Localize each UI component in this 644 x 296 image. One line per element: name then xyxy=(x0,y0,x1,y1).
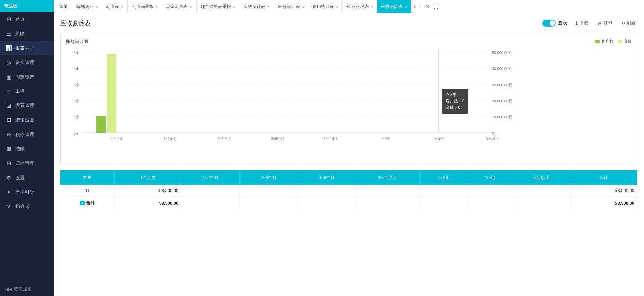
sidebar-item-settings[interactable]: ⚙ 设置 xyxy=(0,170,54,185)
svg-text:0元: 0元 xyxy=(492,131,498,135)
sidebar-label-sales: 进销台账 xyxy=(15,117,34,123)
chart-toggle[interactable] xyxy=(542,20,556,27)
tab-cashflow-label: 现金流量表 xyxy=(166,4,188,10)
sidebar-item-archive[interactable]: ⊟ 归档管理 xyxy=(0,156,54,170)
print-icon: 🖨 xyxy=(598,21,602,26)
app-logo: 专业版 xyxy=(0,0,54,12)
tab-ar-aging-close[interactable]: × xyxy=(405,5,407,9)
svg-text:2~3年: 2~3年 xyxy=(434,137,444,141)
guide-icon: ✦ xyxy=(5,189,12,195)
td-y12 xyxy=(421,185,467,197)
tab-biz-stat-close[interactable]: × xyxy=(371,5,373,9)
refresh-btn[interactable]: ↻ 刷新 xyxy=(620,19,637,28)
tab-profit-season-close[interactable]: × xyxy=(156,5,158,9)
tab-ar-stat-close[interactable]: × xyxy=(267,5,269,9)
tab-home[interactable]: 首页 xyxy=(55,0,72,13)
sidebar-item-sales[interactable]: ⊡ 进销台账 xyxy=(0,113,54,127)
print-btn[interactable]: 🖨 打印 xyxy=(596,19,614,28)
th-y3plus: 3年以上 xyxy=(514,170,570,185)
tab-expense-stat[interactable]: 费用统计表 × xyxy=(308,0,342,13)
td-m12 xyxy=(181,185,239,197)
tab-profit-label: 利润表 xyxy=(106,4,119,10)
tab-voucher[interactable]: 新增凭证 × xyxy=(72,0,102,13)
th-m23: 2~3个月 xyxy=(239,170,298,185)
sidebar-item-funds[interactable]: ◎ 资金管理 xyxy=(0,55,54,70)
chart-svg-area: 0个 1个 2个 3个 4个 5个 0元 10,000.00元 20,000.0… xyxy=(66,49,632,159)
tab-biz-stat[interactable]: 经营状况表 × xyxy=(343,0,377,13)
svg-text:50,000.00元: 50,000.00元 xyxy=(492,51,512,55)
download-label: 下载 xyxy=(580,20,588,26)
tab-prev-btn[interactable]: ‹ xyxy=(411,0,417,13)
tfoot-y12 xyxy=(421,197,467,210)
th-customer: 客户 xyxy=(60,170,114,185)
sidebar-item-member[interactable]: V 畅会员 xyxy=(0,199,54,213)
sidebar-label-guide: 新手引导 xyxy=(15,189,34,195)
svg-text:3个: 3个 xyxy=(74,83,79,87)
legend-amount: 金额 xyxy=(618,39,632,44)
sidebar-label-member: 畅会员 xyxy=(15,203,30,209)
invoice-icon: ◪ xyxy=(5,102,12,109)
sidebar-item-guide[interactable]: ✦ 新手引导 xyxy=(0,185,54,199)
svg-text:0个: 0个 xyxy=(74,131,79,135)
tfoot-m23 xyxy=(239,197,298,210)
svg-text:40,000.00元: 40,000.00元 xyxy=(492,67,512,71)
tab-cashflow-season-label: 现金流量表季报 xyxy=(201,4,231,10)
tab-ar-stat[interactable]: 应收统计表 × xyxy=(239,0,274,13)
page-content: 应收账龄表 图表 ⤓ 下载 🖨 打印 ↻ 刷新 xyxy=(54,13,644,296)
tfoot-label: ≡ 合计 xyxy=(60,197,114,210)
tab-ap-stat-close[interactable]: × xyxy=(302,5,304,9)
tab-voucher-label: 新增凭证 xyxy=(76,4,94,10)
sidebar-item-assets[interactable]: ▣ 固定资产 xyxy=(0,70,54,84)
settings-icon: ⚙ xyxy=(5,175,12,181)
tab-ar-aging[interactable]: 应收账龄表 × xyxy=(377,0,411,13)
tab-ap-stat[interactable]: 应付统计表 × xyxy=(274,0,308,13)
tab-profit[interactable]: 利润表 × xyxy=(102,0,127,13)
sidebar-item-salary[interactable]: ≡ 工资 xyxy=(0,84,54,98)
sidebar-item-invoice[interactable]: ◪ 发票管理 xyxy=(0,98,54,113)
tab-cashflow-season-close[interactable]: × xyxy=(233,5,235,9)
sidebar-pin-toggle[interactable]: ◀◀ 取消固定 xyxy=(0,282,54,296)
tab-profit-close[interactable]: × xyxy=(121,5,123,9)
svg-text:1个月内: 1个月内 xyxy=(110,137,123,141)
sidebar-item-reports[interactable]: 📊 报表中心 xyxy=(0,41,54,55)
sidebar-item-home[interactable]: ⊞ 首页 xyxy=(0,12,54,27)
sidebar-item-close[interactable]: ⊠ 结账 xyxy=(0,142,54,156)
tab-next-btn[interactable]: › xyxy=(417,0,423,13)
tab-cashflow-season[interactable]: 现金流量表季报 × xyxy=(197,0,239,13)
tfoot-y3plus xyxy=(514,197,570,210)
tab-expense-stat-close[interactable]: × xyxy=(336,5,338,9)
svg-text:2~3个月: 2~3个月 xyxy=(217,137,231,141)
sidebar-item-ledger[interactable]: ☰ 总账 xyxy=(0,27,54,41)
tab-cashflow[interactable]: 现金流量表 × xyxy=(162,0,196,13)
table-header-row: 客户 1个月内 1~2个月 2~3个月 3~6个月 6~12个月 1~2年 2~… xyxy=(60,170,637,185)
sidebar-item-tax[interactable]: ⊛ 税务管理 xyxy=(0,127,54,142)
sidebar-label-reports: 报表中心 xyxy=(15,45,34,51)
svg-text:20,000.00元: 20,000.00元 xyxy=(492,99,512,103)
page-actions: 图表 ⤓ 下载 🖨 打印 ↻ 刷新 xyxy=(542,19,637,28)
tab-cashflow-close[interactable]: × xyxy=(190,5,192,9)
sidebar-label-ledger: 总账 xyxy=(15,31,25,37)
tab-home-label: 首页 xyxy=(59,4,68,10)
tab-biz-stat-label: 经营状况表 xyxy=(347,4,369,10)
svg-text:3~6个月: 3~6个月 xyxy=(271,137,285,141)
tab-close-all-btn[interactable]: ✕ xyxy=(423,0,431,13)
pin-icon: ◀◀ xyxy=(5,287,12,292)
tab-expand-btn[interactable]: ⛶ xyxy=(431,0,441,13)
sidebar: 专业版 ⊞ 首页 ☰ 总账 📊 报表中心 ◎ 资金管理 ▣ 固定资产 ≡ 工资 … xyxy=(0,0,54,296)
tab-profit-season-label: 利润表季报 xyxy=(132,4,154,10)
refresh-label: 刷新 xyxy=(627,20,635,26)
th-m1: 1个月内 xyxy=(114,170,181,185)
table-row: 11 58,500.00 58,500.00 xyxy=(60,185,637,197)
legend-amount-label: 金额 xyxy=(624,39,632,44)
download-icon: ⤓ xyxy=(575,21,578,26)
tab-bar: 首页 新增凭证 × 利润表 × 利润表季报 × 现金流量表 × 现金流量表季报 … xyxy=(54,0,644,13)
tab-expense-stat-label: 费用统计表 xyxy=(312,4,334,10)
th-m36: 3~6个月 xyxy=(298,170,356,185)
tab-profit-season[interactable]: 利润表季报 × xyxy=(128,0,162,13)
download-btn[interactable]: ⤓ 下载 xyxy=(573,19,590,28)
data-table: 客户 1个月内 1~2个月 2~3个月 3~6个月 6~12个月 1~2年 2~… xyxy=(60,170,637,209)
td-m1: 58,500.00 xyxy=(114,185,181,197)
tab-voucher-close[interactable]: × xyxy=(96,5,98,9)
salary-icon: ≡ xyxy=(5,88,12,94)
bar-m1-count xyxy=(96,116,106,133)
